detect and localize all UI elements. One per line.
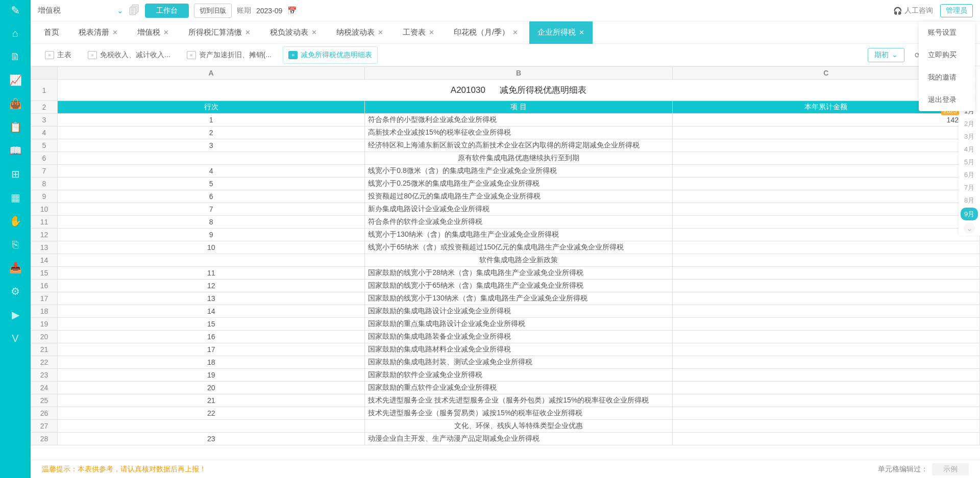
switch-old-button[interactable]: 切到旧版 <box>194 4 232 18</box>
amount-cell[interactable] <box>672 382 979 394</box>
subtab-3[interactable]: ≡减免所得税优惠明细表 <box>283 46 378 64</box>
calendar-icon[interactable]: 📅 <box>287 6 297 15</box>
close-icon[interactable]: ✕ <box>163 29 169 36</box>
amount-cell[interactable] <box>672 190 979 203</box>
item-desc[interactable]: 线宽小于65纳米（含）或投资额超过150亿元的集成电路生产企业减免企业所得税 <box>365 241 672 254</box>
line-number[interactable]: 22 <box>58 407 365 420</box>
item-desc[interactable]: 国家鼓励的集成电路材料企业减免企业所得税 <box>365 343 672 356</box>
item-desc[interactable]: 文化、环保、残疾人等特殊类型企业优惠 <box>365 420 672 433</box>
line-number[interactable]: 5 <box>58 178 365 190</box>
tab-1[interactable]: 税表清册✕ <box>70 21 126 44</box>
nav-inbox-icon[interactable]: 📥 <box>0 256 31 280</box>
amount-cell[interactable] <box>672 203 979 216</box>
company-select[interactable]: 增值税 ⌄ <box>38 6 124 15</box>
nav-doc-icon[interactable]: 🗎 <box>0 45 31 68</box>
workspace-button[interactable]: 工作台 <box>145 4 189 18</box>
line-number[interactable]: 7 <box>58 203 365 216</box>
item-desc[interactable]: 国家鼓励的集成电路设计企业减免企业所得税 <box>365 305 672 318</box>
item-desc[interactable]: 线宽小于130纳米（含）的集成电路生产企业减免企业所得税 <box>365 229 672 241</box>
subtab-0[interactable]: ≡主表 <box>40 46 77 64</box>
item-desc[interactable]: 新办集成电路设计企业减免企业所得税 <box>365 203 672 216</box>
period-dropdown[interactable]: 期初 ⌄ <box>868 48 904 62</box>
item-desc[interactable]: 技术先进型服务企业 技术先进型服务企业（服务外包类）减按15%的税率征收企业所得… <box>365 394 672 407</box>
nav-gear-icon[interactable]: ⚙ <box>0 280 31 303</box>
nav-export-icon[interactable]: ⎘ <box>0 233 31 256</box>
dropdown-item[interactable]: 立即购买 <box>919 44 975 66</box>
item-desc[interactable]: 国家鼓励的软件企业减免企业所得税 <box>365 369 672 382</box>
nav-v-icon[interactable]: V <box>0 326 31 350</box>
amount-cell[interactable] <box>672 267 979 280</box>
month-item[interactable]: 6月 <box>959 168 980 181</box>
close-icon[interactable]: ✕ <box>512 29 518 36</box>
tab-6[interactable]: 工资表✕ <box>395 21 443 44</box>
item-desc[interactable]: 国家鼓励的重点软件企业减免企业所得税 <box>365 382 672 394</box>
amount-cell[interactable] <box>672 139 979 152</box>
amount-cell[interactable] <box>672 254 979 267</box>
amount-cell[interactable]: 14221.38 <box>672 114 979 127</box>
line-number[interactable]: 16 <box>58 331 365 343</box>
item-desc[interactable]: 线宽小于0.8微米（含）的集成电路生产企业减免企业所得税 <box>365 165 672 178</box>
item-desc[interactable]: 投资额超过80亿元的集成电路生产企业减免企业所得税 <box>365 190 672 203</box>
item-desc[interactable]: 国家鼓励的集成电路封装、测试企业减免企业所得税 <box>365 356 672 369</box>
document-icon[interactable]: 🗐 <box>129 4 140 17</box>
line-number[interactable]: 13 <box>58 292 365 305</box>
item-desc[interactable]: 动漫企业自主开发、生产动漫产品定期减免企业所得税 <box>365 433 672 445</box>
amount-cell[interactable] <box>672 369 979 382</box>
amount-cell[interactable] <box>672 165 979 178</box>
amount-cell[interactable] <box>672 229 979 241</box>
amount-cell[interactable] <box>672 241 979 254</box>
close-icon[interactable]: ✕ <box>378 29 383 36</box>
item-desc[interactable]: 符合条件的小型微利企业减免企业所得税 <box>365 114 672 127</box>
close-icon[interactable]: ✕ <box>579 29 584 36</box>
month-item[interactable]: 7月 <box>959 181 980 194</box>
nav-table-icon[interactable]: ⊞ <box>0 162 31 186</box>
line-number[interactable]: 4 <box>58 165 365 178</box>
line-number[interactable]: 20 <box>58 382 365 394</box>
nav-chart-icon[interactable]: 📈 <box>0 68 31 92</box>
item-desc[interactable]: 国家鼓励的集成电路装备企业减免企业所得税 <box>365 331 672 343</box>
line-number[interactable]: 19 <box>58 369 365 382</box>
month-item[interactable]: 4月 <box>959 143 980 156</box>
tab-2[interactable]: 增值税✕ <box>129 21 177 44</box>
line-number[interactable]: 1 <box>58 114 365 127</box>
nav-clipboard-icon[interactable]: 📋 <box>0 115 31 139</box>
line-number[interactable]: 21 <box>58 394 365 407</box>
month-item[interactable]: 5月 <box>959 156 980 168</box>
line-number[interactable]: 14 <box>58 305 365 318</box>
item-desc[interactable]: 技术先进型服务企业（服务贸易类）减按15%的税率征收企业所得税 <box>365 407 672 420</box>
line-number[interactable] <box>58 254 365 267</box>
nav-home-icon[interactable]: ⌂ <box>0 21 31 45</box>
line-number[interactable] <box>58 152 365 165</box>
month-item[interactable]: 9月 <box>961 208 978 220</box>
amount-cell[interactable] <box>672 305 979 318</box>
dropdown-item[interactable]: 账号设置 <box>919 21 975 44</box>
item-desc[interactable]: 经济特区和上海浦东新区新设立的高新技术企业在区内取得的所得定期减免企业所得税 <box>365 139 672 152</box>
dropdown-item[interactable]: 退出登录 <box>919 89 975 111</box>
amount-cell[interactable] <box>672 127 979 139</box>
item-desc[interactable]: 国家鼓励的线宽小于65纳米（含）集成电路生产企业减免企业所得税 <box>365 280 672 292</box>
amount-cell[interactable] <box>672 394 979 407</box>
consult-link[interactable]: 🎧 人工咨询 <box>893 6 933 15</box>
month-item[interactable]: 2月 <box>959 117 980 130</box>
item-desc[interactable]: 软件集成电路企业新政策 <box>365 254 672 267</box>
amount-cell[interactable] <box>672 433 979 445</box>
month-down-icon[interactable]: ⌄ <box>964 222 975 234</box>
close-icon[interactable]: ✕ <box>429 29 434 36</box>
amount-cell[interactable] <box>672 216 979 229</box>
tab-0[interactable]: 首页 <box>36 21 67 44</box>
line-number[interactable]: 6 <box>58 190 365 203</box>
item-desc[interactable]: 国家鼓励的线宽小于130纳米（含）集成电路生产企业减免企业所得税 <box>365 292 672 305</box>
nav-bag-icon[interactable]: 👜 <box>0 92 31 115</box>
line-number[interactable]: 12 <box>58 280 365 292</box>
nav-book-icon[interactable]: 📖 <box>0 139 31 162</box>
line-number[interactable]: 10 <box>58 241 365 254</box>
month-item[interactable]: 8月 <box>959 194 980 207</box>
line-number[interactable]: 18 <box>58 356 365 369</box>
admin-button[interactable]: 管理员 <box>940 4 973 17</box>
amount-cell[interactable] <box>672 280 979 292</box>
line-number[interactable]: 17 <box>58 343 365 356</box>
line-number[interactable]: 8 <box>58 216 365 229</box>
item-desc[interactable]: 原有软件集成电路优惠继续执行至到期 <box>365 152 672 165</box>
amount-cell[interactable] <box>672 420 979 433</box>
tab-3[interactable]: 所得税汇算清缴✕ <box>180 21 259 44</box>
